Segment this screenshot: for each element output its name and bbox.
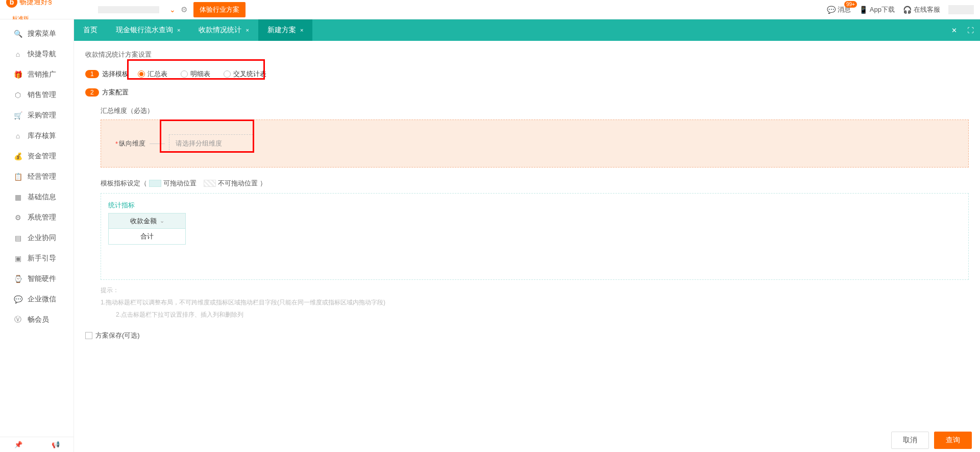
cancel-button[interactable]: 取消 <box>891 432 929 449</box>
hint-line-1: 1.拖动标题栏可以调整布局，不可跨维度或指标区域拖动栏目字段(只能在同一维度或指… <box>101 296 969 308</box>
announce-icon[interactable]: 📢 <box>52 441 60 448</box>
sidebar: 🔍搜索菜单⌂快捷导航🎁营销推广⬡销售管理🛒采购管理⌂库存核算💰资金管理📋经营管理… <box>0 19 74 452</box>
radio-dot-icon <box>224 70 231 78</box>
sidebar-item-3[interactable]: ⬡销售管理 <box>0 85 74 105</box>
sidebar-item-11[interactable]: ▣新手引导 <box>0 248 74 269</box>
support-link[interactable]: 🎧 在线客服 <box>903 5 940 14</box>
radio-detail[interactable]: 明细表 <box>181 69 210 79</box>
sidebar-item-12[interactable]: ⌚智能硬件 <box>0 269 74 289</box>
messages-link[interactable]: 💬 消息 99+ <box>827 5 851 14</box>
draggable-swatch <box>149 180 161 187</box>
sidebar-item-label: 企业协同 <box>28 233 56 243</box>
sidebar-item-label: 新手引导 <box>28 254 56 263</box>
sidebar-item-label: 采购管理 <box>28 111 56 120</box>
fullscreen-icon[interactable]: ⛶ <box>966 26 975 35</box>
sidebar-item-label: 资金管理 <box>28 152 56 161</box>
indicator-table: 收款金额 ⌄ 合计 <box>108 213 186 245</box>
sidebar-item-8[interactable]: ▦基础信息 <box>0 187 74 207</box>
tab-1[interactable]: 现金银行流水查询× <box>107 19 189 41</box>
group-dimension-dropzone[interactable]: 请选择分组维度 <box>169 134 253 153</box>
tab-bar: 首页现金银行流水查询×收款情况统计×新建方案× ✕ ⛶ <box>74 19 980 41</box>
vertical-dim-label: 纵向维度 <box>119 139 145 148</box>
sidebar-item-icon: ▦ <box>13 193 22 201</box>
radio-summary[interactable]: 汇总表 <box>138 69 167 79</box>
sidebar-item-label: 畅会员 <box>28 315 49 324</box>
sidebar-item-1[interactable]: ⌂快捷导航 <box>0 44 74 64</box>
save-scheme-checkbox[interactable] <box>85 332 92 339</box>
hints: 提示： 1.拖动标题栏可以调整布局，不可跨维度或指标区域拖动栏目字段(只能在同一… <box>101 284 969 321</box>
required-section-title: 汇总维度（必选） <box>101 106 969 115</box>
radio-cross[interactable]: 交叉统计表 <box>224 69 266 79</box>
sidebar-item-icon: ⌂ <box>13 132 22 140</box>
sidebar-item-4[interactable]: 🛒采购管理 <box>0 105 74 126</box>
sidebar-item-13[interactable]: 💬企业微信 <box>0 289 74 310</box>
gear-icon[interactable]: ⚙ <box>181 5 187 14</box>
company-selector[interactable]: ⌄ <box>98 6 181 14</box>
sidebar-item-icon: 🛒 <box>13 111 22 120</box>
step1-label: 选择模板 <box>102 69 129 79</box>
phone-icon: 📱 <box>859 6 868 14</box>
sidebar-item-icon: 💰 <box>13 152 22 160</box>
avatar[interactable] <box>948 5 974 14</box>
close-all-tabs-icon[interactable]: ✕ <box>949 26 959 35</box>
app-download-label: App下载 <box>870 5 895 14</box>
page-title: 收款情况统计方案设置 <box>85 50 969 59</box>
sidebar-item-label: 搜索菜单 <box>28 29 56 38</box>
tab-close-icon[interactable]: × <box>300 27 303 33</box>
main: 首页现金银行流水查询×收款情况统计×新建方案× ✕ ⛶ 收款情况统计方案设置 1… <box>74 19 980 452</box>
sidebar-item-label: 企业微信 <box>28 295 56 304</box>
sidebar-item-icon: ▣ <box>13 254 22 263</box>
messages-badge: 99+ <box>844 1 857 8</box>
template-radio-group: 汇总表 明细表 交叉统计表 <box>138 69 266 79</box>
tab-2[interactable]: 收款情况统计× <box>189 19 258 41</box>
sidebar-item-9[interactable]: ⚙系统管理 <box>0 207 74 228</box>
hint-label: 提示： <box>101 287 119 294</box>
indicator-amount-cell[interactable]: 收款金额 ⌄ <box>109 213 185 229</box>
sidebar-item-label: 快捷导航 <box>28 50 56 59</box>
sidebar-item-6[interactable]: 💰资金管理 <box>0 146 74 166</box>
indicator-legend: 模板指标设定（ 可拖动位置 不可拖动位置 ） <box>101 179 969 188</box>
sidebar-item-0[interactable]: 🔍搜索菜单 <box>0 23 74 44</box>
tab-label: 新建方案 <box>267 26 296 35</box>
sidebar-item-10[interactable]: ▤企业协同 <box>0 228 74 248</box>
sidebar-item-icon: Ⓥ <box>13 315 22 324</box>
tab-close-icon[interactable]: × <box>177 27 180 33</box>
headset-icon: 🎧 <box>903 6 912 14</box>
sidebar-item-14[interactable]: Ⓥ畅会员 <box>0 310 74 330</box>
indicator-total-cell[interactable]: 合计 <box>109 229 185 244</box>
chevron-down-icon: ⌄ <box>160 218 164 224</box>
pin-icon[interactable]: 📌 <box>14 441 22 448</box>
try-industry-button[interactable]: 体验行业方案 <box>193 2 246 17</box>
sidebar-item-7[interactable]: 📋经营管理 <box>0 166 74 187</box>
footer-actions: 取消 查询 <box>891 432 972 449</box>
tab-label: 首页 <box>83 26 97 35</box>
sidebar-item-5[interactable]: ⌂库存核算 <box>0 126 74 146</box>
sidebar-item-icon: 📋 <box>13 173 22 181</box>
save-scheme-row: 方案保存(可选) <box>85 331 969 340</box>
logo-text: 畅捷通好§ <box>19 0 52 7</box>
chevron-down-icon: ⌄ <box>169 6 176 14</box>
sidebar-item-label: 销售管理 <box>28 90 56 100</box>
app-download-link[interactable]: 📱 App下载 <box>859 5 895 14</box>
tab-close-icon[interactable]: × <box>246 27 249 33</box>
sidebar-item-label: 智能硬件 <box>28 274 56 283</box>
sidebar-item-icon: ⚙ <box>13 213 22 222</box>
tab-0[interactable]: 首页 <box>74 19 107 41</box>
sidebar-item-icon: 💬 <box>13 295 22 303</box>
indicator-header: 统计指标 <box>108 201 961 210</box>
support-label: 在线客服 <box>914 5 940 14</box>
sidebar-item-label: 经营管理 <box>28 172 56 181</box>
nondraggable-swatch <box>204 180 216 187</box>
sidebar-item-icon: ⌂ <box>13 50 22 58</box>
content: 收款情况统计方案设置 1 选择模板 汇总表 明细表 <box>74 41 980 452</box>
required-star-icon: * <box>115 140 118 148</box>
sidebar-item-2[interactable]: 🎁营销推广 <box>0 64 74 85</box>
top-header: b 畅捷通好§ 标准版 ⌄ ⚙ 体验行业方案 💬 消息 99+ 📱 App下载 … <box>0 0 980 19</box>
tab-3[interactable]: 新建方案× <box>258 19 312 41</box>
tab-label: 收款情况统计 <box>199 26 241 35</box>
step2-label: 方案配置 <box>102 88 129 97</box>
tab-label: 现金银行流水查询 <box>116 26 173 35</box>
query-button[interactable]: 查询 <box>934 432 972 449</box>
sidebar-item-icon: 🔍 <box>13 30 22 38</box>
save-scheme-label: 方案保存(可选) <box>95 331 140 340</box>
